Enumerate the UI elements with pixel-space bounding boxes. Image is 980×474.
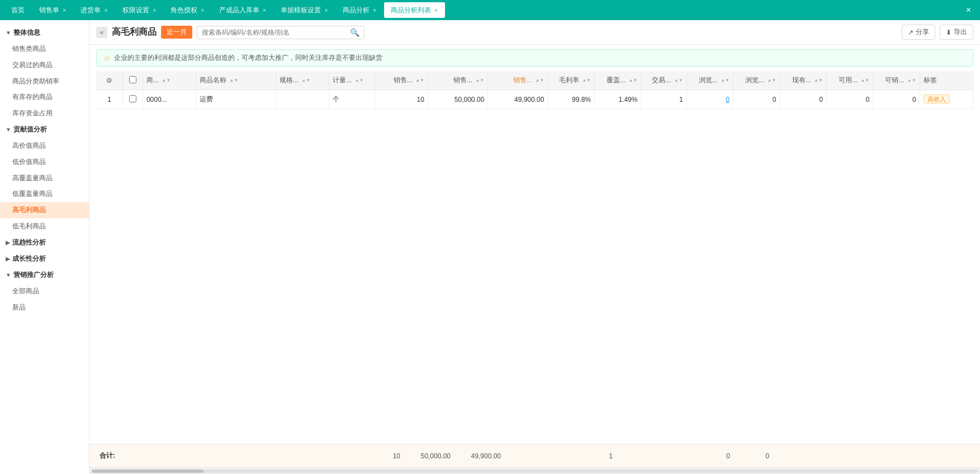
row-sales-cost: 49,900.00 [488,90,548,109]
sidebar-item-low-value[interactable]: 低价值商品 [0,154,89,170]
nav-purchase-order[interactable]: 进货单 × [74,2,114,18]
col-header-trade[interactable]: 交易... ▲▼ [641,71,687,90]
table-wrapper: ⚙ 商... ▲▼ 商品名称 ▲▼ [89,71,980,444]
close-role-auth[interactable]: × [201,7,204,13]
sidebar-item-low-coverage[interactable]: 低覆盖量商品 [0,186,89,202]
close-product-analysis-list[interactable]: × [434,7,438,13]
settings-icon[interactable]: ⚙ [106,77,112,85]
col-header-checkbox[interactable] [123,71,143,90]
sort-icon-stock2[interactable]: ▲▼ [860,78,869,83]
row-checkbox-cell[interactable] [123,90,143,109]
col-header-browse1[interactable]: 浏览... ▲▼ [687,71,733,90]
sort-icon-sales-cost[interactable]: ▲▼ [536,78,545,83]
nav-product-inbound[interactable]: 产成品入库单 × [212,2,273,18]
row-sales-qty: 10 [375,90,428,109]
close-product-inbound[interactable]: × [263,7,266,13]
footer-sales-qty: 10 [359,450,404,462]
sidebar-item-traded-goods[interactable]: 交易过的商品 [0,57,89,73]
sidebar-section-growth[interactable]: ▶ 成长性分析 [0,251,89,267]
close-sales-order[interactable]: × [63,7,66,13]
sort-icon-gross-rate[interactable]: ▲▼ [582,78,591,83]
col-header-gross-rate[interactable]: 毛利率 ▲▼ [548,71,595,90]
sidebar-item-in-stock[interactable]: 有库存的商品 [0,89,89,105]
sidebar-item-high-coverage[interactable]: 高覆盖量商品 [0,170,89,186]
sort-icon-browse2[interactable]: ▲▼ [768,78,777,83]
footer-stock1: 0 [694,450,733,462]
sidebar-item-new-goods[interactable]: 新品 [0,299,89,316]
search-icon[interactable]: 🔍 [350,28,359,37]
close-purchase-order[interactable]: × [104,7,107,13]
col-header-name[interactable]: 商品名称 ▲▼ [196,71,276,90]
sort-icon-trade[interactable]: ▲▼ [674,78,683,83]
footer-trade: 1 [583,450,616,462]
row-browse1[interactable]: 0 [687,90,733,109]
filter-recent-month-button[interactable]: 近一月 [161,26,192,39]
nav-sales-order[interactable]: 销售单 × [32,2,73,18]
sort-icon-spec[interactable]: ▲▼ [301,78,310,83]
sidebar-collapse-button[interactable]: « [96,27,107,38]
sort-icon-stock1[interactable]: ▲▼ [814,78,823,83]
nav-role-auth[interactable]: 角色授权 × [164,2,211,18]
sidebar-item-category-rate[interactable]: 商品分类助销率 [0,73,89,90]
sidebar-item-stock-capital[interactable]: 库存资金占用 [0,105,89,121]
nav-product-analysis-list[interactable]: 商品分析列表 × [384,2,444,18]
nav-permission-settings[interactable]: 权限设置 × [116,2,163,18]
col-header-browse2[interactable]: 浏览... ▲▼ [733,71,780,90]
footer-spacer1 [130,454,152,458]
info-banner: ☆ 企业的主要的利润都是这部分商品创造的，可考虑加大推广，同时关注库存是不要出现… [96,49,973,67]
nav-template-settings[interactable]: 单据模板设置 × [274,2,334,18]
col-header-stock2[interactable]: 可用... ▲▼ [826,71,873,90]
sidebar-section-contribution[interactable]: ▼ 贡献值分析 [0,121,89,138]
nav-product-analysis[interactable]: 商品分析 × [336,2,383,18]
col-header-sales-cost[interactable]: 销售... ▲▼ [488,71,548,90]
col-header-code[interactable]: 商... ▲▼ [143,71,196,90]
sort-icon-sales-amt[interactable]: ▲▼ [475,78,484,83]
footer-label: 合计: [96,449,130,463]
close-product-analysis[interactable]: × [373,7,376,13]
select-all-checkbox[interactable] [129,76,136,83]
sidebar-item-low-margin[interactable]: 低毛利商品 [0,218,89,234]
browse1-link[interactable]: 0 [726,96,730,104]
bottom-scrollbar[interactable] [89,467,980,474]
sidebar-item-all-goods[interactable]: 全部商品 [0,283,89,299]
col-header-settings[interactable]: ⚙ [96,71,123,90]
scrollbar-thumb[interactable] [92,470,203,473]
footer-spacer8 [543,454,583,458]
col-header-stock1[interactable]: 现有... ▲▼ [780,71,826,90]
col-header-sales-amt[interactable]: 销售... ▲▼ [428,71,487,90]
col-header-spec[interactable]: 规格... ▲▼ [276,71,329,90]
table-body: 1 0000... 运费 个 10 50,000.00 49,900.00 99… [96,90,973,109]
search-box[interactable]: 🔍 [197,26,364,39]
window-close-button[interactable]: × [962,5,976,15]
sidebar-section-trend[interactable]: ▶ 流趋性分析 [0,234,89,251]
footer-spacer7 [504,454,543,458]
sort-icon-stock3[interactable]: ▲▼ [907,78,916,83]
sort-icon-sales-qty[interactable]: ▲▼ [415,78,424,83]
export-button[interactable]: ⬇ 导出 [940,25,973,40]
sidebar-item-sales-goods[interactable]: 销售类商品 [0,41,89,57]
sidebar-section-overall[interactable]: ▼ 整体信息 [0,25,89,41]
sidebar-item-high-margin[interactable]: 高毛利商品 [0,202,89,218]
sidebar-item-high-value[interactable]: 高价值商品 [0,138,89,154]
col-header-unit[interactable]: 计量... ▲▼ [329,71,375,90]
footer-summary: 合计: 10 50,000.00 49,900.00 1 0 0 [89,444,980,467]
share-button[interactable]: ↗ 分享 [902,25,935,40]
close-permission-settings[interactable]: × [153,7,156,13]
sort-icon-coverage[interactable]: ▲▼ [629,78,638,83]
col-header-stock3[interactable]: 可销... ▲▼ [873,71,920,90]
sort-icon-unit[interactable]: ▲▼ [355,78,364,83]
growth-arrow-icon: ▶ [6,256,10,262]
row-stock2: 0 [826,90,873,109]
sort-icon-code[interactable]: ▲▼ [162,78,171,83]
close-template-settings[interactable]: × [324,7,328,13]
sidebar-section-marketing[interactable]: ▼ 营销推广分析 [0,267,89,283]
search-input[interactable] [202,29,348,36]
header-actions: ↗ 分享 ⬇ 导出 [902,25,973,40]
nav-home[interactable]: 首页 [4,2,31,18]
info-icon: ☆ [103,54,111,63]
col-header-coverage[interactable]: 覆盖... ▲▼ [595,71,641,90]
row-checkbox[interactable] [129,95,136,102]
col-header-sales-qty[interactable]: 销售... ▲▼ [375,71,428,90]
sort-icon-name[interactable]: ▲▼ [230,78,239,83]
sort-icon-browse1[interactable]: ▲▼ [721,78,730,83]
